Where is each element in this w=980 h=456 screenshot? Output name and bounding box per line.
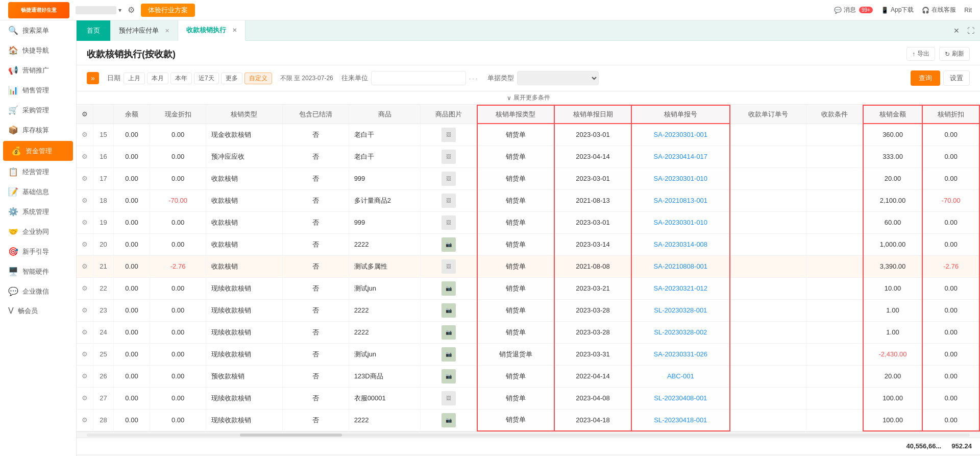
company-dropdown[interactable]: ▾: [76, 6, 121, 14]
cell-settings[interactable]: ⚙: [77, 365, 93, 387]
sidebar-item-system[interactable]: ⚙️系统管理: [0, 202, 76, 222]
bill-number-link[interactable]: SA-20230414-017: [654, 153, 708, 160]
cell-bill-number[interactable]: SL-20230328-002: [631, 321, 730, 343]
cell-settings[interactable]: ⚙: [77, 167, 93, 189]
cell-bill-report-date: 2023-04-18: [554, 409, 631, 431]
custom-btn[interactable]: 自定义: [244, 73, 272, 84]
cell-settings[interactable]: ⚙: [77, 146, 93, 167]
bill-number-link[interactable]: SA-20210813-001: [654, 197, 708, 204]
close-window-btn[interactable]: ✕: [951, 26, 962, 36]
cell-bill-number[interactable]: SA-20210813-001: [631, 189, 730, 211]
tab-close-prepay[interactable]: ✕: [165, 28, 169, 34]
sidebar-item-marketing[interactable]: 📢营销推广: [0, 60, 76, 80]
sidebar-item-ops[interactable]: 📋经营管理: [0, 162, 76, 182]
cell-settings[interactable]: ⚙: [77, 299, 93, 321]
cell-settings[interactable]: ⚙: [77, 211, 93, 233]
sidebar-item-basic[interactable]: 📝基础信息: [0, 182, 76, 202]
sidebar-item-purchase[interactable]: 🛒采购管理: [0, 100, 76, 120]
sidebar-item-sales[interactable]: 📊销售管理: [0, 80, 76, 100]
expand-conditions-btn[interactable]: ∨ 展开更多条件: [507, 93, 550, 102]
this-year-btn[interactable]: 本年: [170, 73, 192, 84]
cell-settings[interactable]: ⚙: [77, 343, 93, 365]
sidebar-item-corp[interactable]: 🤝企业协同: [0, 222, 76, 242]
bill-number-link[interactable]: ABC-001: [667, 372, 694, 380]
user-name: Rit: [964, 7, 972, 14]
tab-close-receipt[interactable]: ✕: [232, 27, 237, 34]
cell-settings[interactable]: ⚙: [77, 321, 93, 343]
bill-number-link[interactable]: SA-20230301-001: [654, 131, 708, 138]
bill-number-link[interactable]: SL-20230328-001: [654, 306, 707, 314]
col-settings[interactable]: ⚙: [77, 105, 93, 124]
sidebar-item-wechat[interactable]: 💬企业微信: [0, 281, 76, 301]
cell-bill-number[interactable]: SA-20230314-008: [631, 233, 730, 255]
sidebar-item-inventory[interactable]: 📦库存核算: [0, 120, 76, 140]
bill-number-link[interactable]: SA-20230301-010: [654, 219, 708, 226]
sidebar-item-search[interactable]: 🔍搜索菜单: [0, 20, 76, 40]
cell-receipt-order: [730, 255, 806, 277]
cell-bill-number[interactable]: SA-20230414-017: [631, 146, 730, 167]
bill-number-link[interactable]: SL-20230418-001: [654, 416, 707, 424]
sidebar-item-finance[interactable]: 💰资金管理: [3, 141, 73, 161]
cell-receipt-cond: [806, 299, 863, 321]
industry-btn[interactable]: 体验行业方案: [141, 4, 195, 17]
last-7days-btn[interactable]: 近7天: [194, 73, 219, 84]
gear-icon[interactable]: ⚙: [128, 5, 135, 15]
cell-settings[interactable]: ⚙: [77, 189, 93, 211]
sidebar-item-quick-nav[interactable]: 🏠快捷导航: [0, 40, 76, 60]
inventory-icon: 📦: [8, 125, 18, 135]
export-icon: ↑: [912, 51, 915, 58]
cell-bill-number[interactable]: SA-20230331-026: [631, 343, 730, 365]
bill-number-link[interactable]: SA-20210808-001: [654, 262, 708, 270]
settings-filter-btn[interactable]: 设置: [943, 70, 970, 86]
bill-number-link[interactable]: SA-20230301-010: [654, 175, 708, 182]
more-btn[interactable]: 更多: [221, 73, 242, 84]
cell-settings[interactable]: ⚙: [77, 277, 93, 299]
table-scrollbar[interactable]: [77, 431, 980, 438]
cell-bill-number[interactable]: SA-20230301-001: [631, 124, 730, 146]
cell-product: 测试多属性: [349, 255, 421, 277]
cell-bill-number[interactable]: SL-20230418-001: [631, 409, 730, 431]
filter-toggle-btn[interactable]: »: [87, 72, 99, 84]
counterparty-input[interactable]: [371, 71, 466, 85]
bill-number-link[interactable]: SA-20230331-026: [654, 350, 708, 358]
query-btn[interactable]: 查询: [911, 70, 940, 86]
sidebar-item-member[interactable]: V畅会员: [0, 301, 76, 321]
tab-home[interactable]: 首页: [77, 20, 111, 41]
cell-bill-number[interactable]: SA-20230301-010: [631, 167, 730, 189]
cell-product-img: 🖼: [421, 387, 477, 409]
cell-settings[interactable]: ⚙: [77, 233, 93, 255]
cell-bill-number[interactable]: SA-20230301-010: [631, 211, 730, 233]
bill-number-link[interactable]: SL-20230328-002: [654, 328, 707, 336]
cell-bill-number[interactable]: SA-20230321-012: [631, 277, 730, 299]
export-btn[interactable]: ↑ 导出: [906, 47, 935, 61]
last-month-btn[interactable]: 上月: [124, 73, 145, 84]
cell-receipt-order: [730, 277, 806, 299]
cell-bill-number[interactable]: SL-20230408-001: [631, 387, 730, 409]
tab-receipt[interactable]: 收款核销执行✕: [178, 20, 246, 41]
online-service-item[interactable]: 🎧 在线客服: [922, 6, 956, 14]
bill-number-link[interactable]: SL-20230408-001: [654, 394, 707, 402]
app-download-item[interactable]: 📱 App下载: [881, 6, 914, 14]
bill-number-link[interactable]: SA-20230321-012: [654, 284, 708, 292]
cell-settings[interactable]: ⚙: [77, 409, 93, 431]
sidebar-item-guide[interactable]: 🎯新手引导: [0, 242, 76, 261]
cell-bill-number[interactable]: SL-20230328-001: [631, 299, 730, 321]
this-month-btn[interactable]: 本月: [147, 73, 168, 84]
cell-settings[interactable]: ⚙: [77, 387, 93, 409]
cell-bill-number[interactable]: ABC-001: [631, 365, 730, 387]
cell-product: 2222: [349, 321, 421, 343]
bill-number-link[interactable]: SA-20230314-008: [654, 241, 708, 248]
maximize-btn[interactable]: ⛶: [966, 26, 976, 36]
user-item[interactable]: Rit: [964, 7, 972, 14]
sidebar-item-hardware[interactable]: 🖥️智能硬件: [0, 261, 76, 281]
bill-type-select[interactable]: [517, 71, 599, 85]
cell-product-img: 📷: [421, 343, 477, 365]
col-cash-discount: 现金折扣: [150, 105, 206, 124]
notification-item[interactable]: 💬 消息 99+: [834, 6, 873, 14]
cell-settings[interactable]: ⚙: [77, 124, 93, 146]
table-wrapper: ⚙ 余额 现金折扣 核销类型 包含已结清 商品 商品图片 核销单报类型 核销单报…: [77, 105, 980, 431]
cell-bill-number[interactable]: SA-20210808-001: [631, 255, 730, 277]
refresh-btn[interactable]: ↻ 刷新: [939, 47, 970, 61]
tab-prepay[interactable]: 预付冲应付单✕: [111, 20, 178, 41]
cell-settings[interactable]: ⚙: [77, 255, 93, 277]
